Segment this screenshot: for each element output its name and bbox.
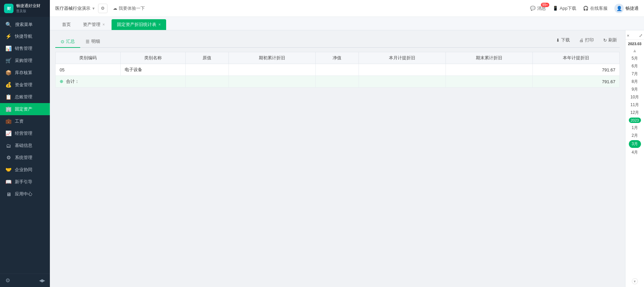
download-icon: 📱: [553, 6, 558, 11]
sidebar-settings-icon[interactable]: ⚙: [5, 277, 10, 284]
quick-nav-icon: ⚡: [5, 33, 11, 39]
month-3-selected[interactable]: 3月: [629, 140, 641, 148]
company-name: 医疗器械行业演示: [55, 5, 90, 11]
user-avatar: 👤: [614, 4, 624, 13]
month-6[interactable]: 6月: [625, 62, 644, 70]
sidebar-item-payroll[interactable]: 💼 工资: [0, 115, 50, 127]
tab-depreciation-close-icon[interactable]: ×: [158, 22, 161, 27]
user-area[interactable]: 👤 畅捷通: [614, 4, 639, 13]
download-button[interactable]: ⬇ 下载: [553, 36, 573, 44]
sidebar-item-guide[interactable]: 📖 新手引导: [0, 176, 50, 188]
month-4[interactable]: 4月: [625, 149, 644, 156]
experience-text: 我要体验一下: [119, 5, 145, 11]
sidebar-item-purchase[interactable]: 🛒 采购管理: [0, 55, 50, 67]
month-1[interactable]: 1月: [625, 124, 644, 132]
sidebar-item-finance[interactable]: 💰 资金管理: [0, 79, 50, 91]
sidebar-operations-label: 经营管理: [15, 130, 32, 136]
tab-home-label: 首页: [62, 22, 71, 28]
sub-tab-summary-label: 汇总: [66, 38, 75, 44]
total-monthly-depr: [359, 76, 446, 88]
tab-depreciation-table[interactable]: 固定资产折旧统计表 ×: [112, 19, 166, 30]
sidebar-item-inventory[interactable]: 📦 库存核算: [0, 67, 50, 79]
month-7[interactable]: 7月: [625, 70, 644, 78]
sidebar-quicknav-label: 快捷导航: [15, 33, 32, 39]
app-download-button[interactable]: 📱 App下载: [553, 5, 576, 11]
sidebar-item-fixed-assets[interactable]: 🏢 固定资产: [0, 103, 50, 115]
month-2[interactable]: 2月: [625, 132, 644, 139]
company-selector[interactable]: 医疗器械行业演示 ▼: [55, 5, 95, 11]
sidebar-item-sales[interactable]: 📊 销售管理: [0, 42, 50, 55]
scroll-down-circle[interactable]: ▼: [632, 278, 638, 284]
sidebar-collapse-icon[interactable]: ◀▶: [39, 278, 44, 283]
operations-icon: 📈: [5, 130, 11, 136]
fixed-assets-icon: 🏢: [5, 106, 11, 112]
close-panel-icon[interactable]: ×: [627, 33, 630, 38]
sidebar-system-label: 系统管理: [15, 155, 32, 161]
row-monthly-depr: [359, 64, 446, 76]
sidebar-item-enterprise[interactable]: 🤝 企业协同: [0, 164, 50, 176]
sidebar-footer: ⚙ ◀▶: [0, 274, 50, 287]
topbar: 医疗器械行业演示 ▼ ⚙ ☁ 我要体验一下 💬 消息 99+ 📱 App下载 🎧…: [50, 0, 644, 17]
online-service-label: 在线客服: [590, 5, 608, 11]
experience-button[interactable]: ☁ 我要体验一下: [113, 5, 145, 11]
print-button[interactable]: 🖨 打印: [577, 36, 596, 44]
message-icon: 💬: [530, 6, 535, 11]
scroll-down-button[interactable]: ▼: [631, 277, 639, 286]
refresh-button[interactable]: ↻ 刷新: [601, 36, 620, 44]
row-initial-depr: [228, 64, 315, 76]
sub-tab-detail[interactable]: ☰ 明细: [80, 36, 105, 48]
expand-panel-icon[interactable]: ⤢: [639, 33, 643, 38]
sidebar-item-system[interactable]: ⚙ 系统管理: [0, 152, 50, 164]
sidebar-item-quick-nav[interactable]: ⚡ 快捷导航: [0, 30, 50, 42]
sidebar-logo: 财 畅捷通好业财 普及版: [0, 0, 50, 17]
sales-icon: 📊: [5, 45, 11, 52]
total-net-value: [315, 76, 359, 88]
depreciation-table: 类别编码 类别名称 原值 期初累计折旧 净值 本月计提折旧 期末累计折旧 本年计…: [55, 52, 620, 88]
enterprise-icon: 🤝: [5, 167, 11, 173]
col-original: 原值: [185, 52, 228, 64]
sidebar-item-operations[interactable]: 📈 经营管理: [0, 127, 50, 139]
year-2023-label: 2023: [629, 118, 641, 123]
month-12[interactable]: 12月: [625, 109, 644, 117]
sidebar-item-app-center[interactable]: 🖥 应用中心: [0, 188, 50, 200]
message-button[interactable]: 💬 消息 99+: [530, 5, 546, 11]
total-initial-depr: [228, 76, 315, 88]
row-original: [185, 64, 228, 76]
col-code: 类别编码: [56, 52, 121, 64]
main-area: 医疗器械行业演示 ▼ ⚙ ☁ 我要体验一下 💬 消息 99+ 📱 App下载 🎧…: [50, 0, 644, 287]
total-label: ⊕ 合计：: [56, 76, 186, 88]
sidebar-item-search[interactable]: 🔍 搜索菜单: [0, 19, 50, 30]
sidebar-fixed-assets-label: 固定资产: [15, 106, 32, 112]
refresh-icon: ↻: [603, 38, 607, 43]
sidebar-item-ledger[interactable]: 📋 总账管理: [0, 91, 50, 103]
print-icon: 🖨: [579, 38, 584, 43]
tab-asset-management[interactable]: 资产管理 ×: [78, 19, 110, 30]
month-9[interactable]: 9月: [625, 86, 644, 93]
col-period-end-depreciation: 期末累计折旧: [446, 52, 532, 64]
scroll-up-button[interactable]: ▲: [631, 46, 639, 55]
tab-asset-close-icon[interactable]: ×: [102, 22, 105, 27]
sidebar-inventory-label: 库存核算: [15, 70, 32, 76]
online-service-button[interactable]: 🎧 在线客服: [583, 5, 608, 11]
settings-button[interactable]: ⚙: [98, 4, 108, 13]
sidebar-item-basic-info[interactable]: 🗂 基础信息: [0, 139, 50, 152]
app-download-label: App下载: [560, 5, 576, 11]
sidebar-purchase-label: 采购管理: [15, 58, 32, 64]
tab-home[interactable]: 首页: [57, 19, 76, 30]
page-content: ⊙ 汇总 ☰ 明细 ⬇ 下载 🖨 打印: [50, 30, 644, 287]
content-area: ⊙ 汇总 ☰ 明细 ⬇ 下载 🖨 打印: [50, 30, 625, 287]
finance-icon: 💰: [5, 82, 11, 88]
month-11[interactable]: 11月: [625, 101, 644, 109]
total-original: [185, 76, 228, 88]
company-dropdown-arrow: ▼: [92, 6, 95, 10]
sub-tab-summary[interactable]: ⊙ 汇总: [55, 36, 80, 48]
payroll-icon: 💼: [5, 118, 11, 124]
row-name: 电子设备: [120, 64, 185, 76]
cloud-icon: ☁: [113, 6, 117, 11]
col-name: 类别名称: [120, 52, 185, 64]
username-label: 畅捷通: [625, 5, 639, 11]
row-net-value: [315, 64, 359, 76]
month-10[interactable]: 10月: [625, 93, 644, 101]
month-5[interactable]: 5月: [625, 55, 644, 62]
month-8[interactable]: 8月: [625, 78, 644, 86]
